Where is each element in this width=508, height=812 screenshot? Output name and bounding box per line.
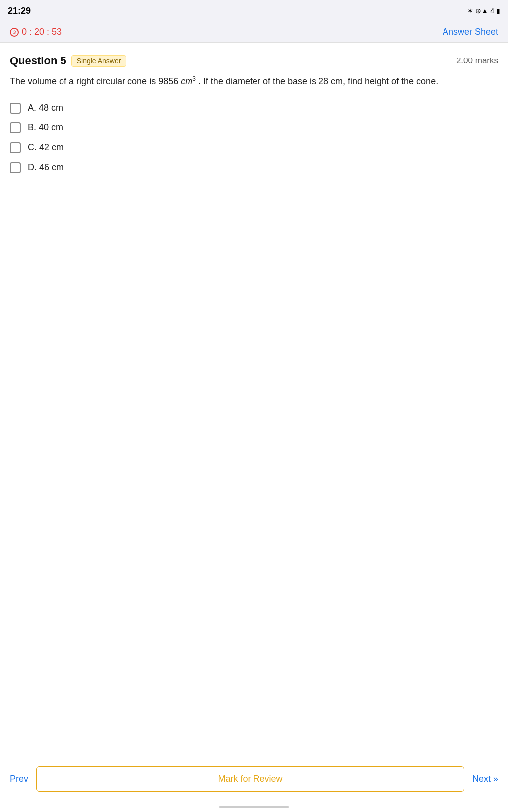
option-c[interactable]: C. 42 cm — [10, 142, 498, 153]
timer: ⊙ 0 : 20 : 53 — [10, 27, 62, 37]
battery-icon: ▮ — [496, 7, 500, 15]
checkbox-a[interactable] — [10, 103, 21, 114]
bluetooth-icon: ✶ — [467, 7, 473, 15]
option-d[interactable]: D. 46 cm — [10, 162, 498, 173]
option-b-label: B. 40 cm — [28, 122, 63, 133]
quiz-header: ⊙ 0 : 20 : 53 Answer Sheet — [0, 22, 508, 43]
next-button[interactable]: Next » — [472, 774, 498, 784]
question-title-group: Question 5 Single Answer — [10, 55, 126, 67]
answer-sheet-button[interactable]: Answer Sheet — [443, 27, 498, 37]
option-d-label: D. 46 cm — [28, 162, 64, 173]
marks-label: 2.00 marks — [456, 56, 498, 66]
option-b[interactable]: B. 40 cm — [10, 122, 498, 133]
options-list: A. 48 cm B. 40 cm C. 42 cm D. 46 cm — [10, 103, 498, 173]
home-indicator — [219, 806, 289, 808]
question-label: Question 5 — [10, 55, 66, 67]
device-frame: 21:29 ✶ ⊕▲ 4 ▮ ⊙ 0 : 20 : 53 Answer Shee… — [0, 0, 508, 812]
status-icons: ✶ ⊕▲ 4 ▮ — [467, 7, 500, 15]
timer-icon: ⊙ — [10, 28, 19, 37]
mark-for-review-button[interactable]: Mark for Review — [36, 766, 464, 792]
checkbox-c[interactable] — [10, 142, 21, 153]
question-text: The volume of a right circular cone is 9… — [10, 74, 498, 89]
question-text-after: . If the diameter of the base is 28 cm, … — [196, 76, 438, 86]
option-c-label: C. 42 cm — [28, 142, 64, 153]
timer-display: 0 : 20 : 53 — [22, 27, 62, 37]
question-text-before: The volume of a right circular cone is 9… — [10, 76, 181, 86]
checkbox-b[interactable] — [10, 122, 21, 133]
checkbox-d[interactable] — [10, 162, 21, 173]
signal-icon: 4 — [490, 7, 494, 15]
bottom-navigation: Prev Mark for Review Next » — [0, 758, 508, 806]
option-a[interactable]: A. 48 cm — [10, 103, 498, 114]
prev-button[interactable]: Prev — [10, 774, 28, 784]
option-a-label: A. 48 cm — [28, 103, 63, 113]
status-bar: 21:29 ✶ ⊕▲ 4 ▮ — [0, 0, 508, 22]
wifi-icon: ⊕▲ — [475, 7, 488, 15]
main-content: Question 5 Single Answer 2.00 marks The … — [0, 43, 508, 758]
question-formula: cm3 — [181, 76, 196, 86]
answer-type-badge: Single Answer — [71, 55, 127, 67]
status-time: 21:29 — [8, 6, 31, 16]
question-header: Question 5 Single Answer 2.00 marks — [10, 55, 498, 67]
